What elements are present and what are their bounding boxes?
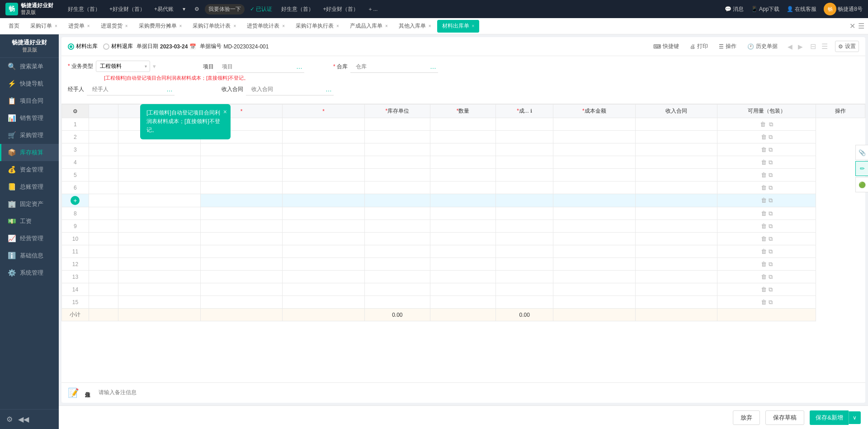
row-10-copy[interactable]: ⧉ <box>768 235 774 242</box>
row-1-delete[interactable]: 🗑 <box>759 121 767 128</box>
top-nav-dropdown[interactable]: ▾ <box>179 4 189 14</box>
app-download-btn[interactable]: 📱 App下载 <box>751 5 779 13</box>
income-contract-dots-btn[interactable]: … <box>326 86 332 93</box>
right-panel-edit[interactable]: ✏ <box>855 161 868 176</box>
row-5-copy[interactable]: ⧉ <box>768 172 774 178</box>
row-12-copy[interactable]: ⧉ <box>768 261 774 267</box>
row-13-delete[interactable]: 🗑 <box>760 273 768 280</box>
online-service-btn[interactable]: 👤 在线客服 <box>787 5 816 13</box>
tab-close-purchase-exec[interactable]: × <box>336 24 339 29</box>
sidebar-item-operation[interactable]: 📈 经营管理 <box>0 230 59 247</box>
tab-purchase-in-stat[interactable]: 进货单统计表× <box>242 20 290 33</box>
user-area[interactable]: 畅 畅捷通8号 <box>824 3 863 15</box>
row-1-cost-amount[interactable] <box>496 118 553 131</box>
row-2-delete[interactable]: 🗑 <box>760 133 768 140</box>
message-btn[interactable]: 💬 消息 <box>725 5 744 13</box>
income-contract-input[interactable] <box>248 84 323 94</box>
top-nav-more[interactable]: ＋... <box>364 4 381 15</box>
tab-purchase-order[interactable]: 采购订单× <box>25 20 62 33</box>
row-1-cost[interactable] <box>430 118 495 131</box>
row-7-delete[interactable]: 🗑 <box>760 197 768 204</box>
save-draft-btn[interactable]: 保存草稿 <box>765 410 804 425</box>
row-8-delete[interactable]: 🗑 <box>760 210 768 217</box>
tab-close-purchase-in[interactable]: × <box>87 24 90 29</box>
tab-purchase-stat[interactable]: 采购订单统计表× <box>188 20 241 33</box>
warehouse-input[interactable] <box>352 62 427 72</box>
radio-material-return[interactable]: 材料退库 <box>103 43 133 50</box>
print-btn[interactable]: 🖨 打印 <box>687 41 711 52</box>
row-2-copy[interactable]: ⧉ <box>768 133 774 140</box>
row-7-copy[interactable]: ⧉ <box>768 197 774 204</box>
warehouse-dots-btn[interactable]: … <box>430 63 436 70</box>
sidebar-item-purchase[interactable]: 🛒 采购管理 <box>0 127 59 144</box>
sidebar-item-finance[interactable]: 💰 资金管理 <box>0 161 59 178</box>
sidebar-item-project[interactable]: 📋 项目合同 <box>0 92 59 110</box>
tooltip-close-btn[interactable]: × <box>223 107 227 117</box>
tab-close-purchase-fee[interactable]: × <box>179 24 182 29</box>
top-nav-settings-icon[interactable]: ⚙ <box>191 4 203 14</box>
sidebar-settings-btn[interactable]: ⚙ <box>6 415 13 424</box>
view-list-icon[interactable]: ☰ <box>821 42 828 51</box>
row-9-delete[interactable]: 🗑 <box>760 223 768 229</box>
tab-close-purchase-stat[interactable]: × <box>233 24 236 29</box>
add-row-btn[interactable]: + <box>71 196 80 205</box>
row-4-delete[interactable]: 🗑 <box>760 159 768 166</box>
row-1-project[interactable] <box>89 118 118 131</box>
top-nav-good-biz2[interactable]: 好生意（首） <box>278 4 317 15</box>
sidebar-collapse-btn[interactable]: ◀◀ <box>18 415 29 424</box>
tab-product-in[interactable]: 产成品入库单× <box>345 20 393 33</box>
row-9-copy[interactable]: ⧉ <box>768 223 774 229</box>
row-5-delete[interactable]: 🗑 <box>760 172 768 178</box>
business-type-dropdown-icon[interactable]: ▾ <box>153 63 156 70</box>
radio-material-out[interactable]: 材料出库 <box>68 43 98 50</box>
col-settings-header[interactable]: ⚙ <box>62 105 89 118</box>
row-14-delete[interactable]: 🗑 <box>760 286 768 293</box>
sidebar-item-ledger[interactable]: 📒 总账管理 <box>0 178 59 195</box>
row-12-delete[interactable]: 🗑 <box>760 261 768 267</box>
sidebar-item-basicinfo[interactable]: ℹ️ 基础信息 <box>0 247 59 264</box>
tab-purchase-return[interactable]: 进退货货× <box>96 20 133 33</box>
view-grid-icon[interactable]: ⊟ <box>810 42 816 51</box>
agent-dots-btn[interactable]: … <box>166 86 173 93</box>
save-new-btn[interactable]: 保存&新增 <box>810 410 849 425</box>
tab-settings[interactable]: ☰ <box>858 22 864 30</box>
row-1-unit[interactable] <box>283 118 365 131</box>
tab-purchase-fee[interactable]: 采购费用分摊单× <box>134 20 187 33</box>
sidebar-item-assets[interactable]: 🏢 固定资产 <box>0 195 59 213</box>
row-1-available-qty[interactable] <box>635 118 717 131</box>
history-btn[interactable]: 🕐 历史单据 <box>745 41 780 52</box>
sidebar-item-quicknav[interactable]: ⚡ 快捷导航 <box>0 75 59 92</box>
row-11-delete[interactable]: 🗑 <box>760 248 768 255</box>
row-15-delete[interactable]: 🗑 <box>760 299 768 305</box>
tab-purchase-exec[interactable]: 采购订单执行表× <box>291 20 344 33</box>
tab-purchase-in[interactable]: 进货单× <box>63 20 95 33</box>
agent-input[interactable] <box>89 84 164 94</box>
save-new-arrow[interactable]: ∨ <box>849 411 861 424</box>
calendar-icon[interactable]: 📅 <box>189 43 196 50</box>
discard-btn[interactable]: 放弃 <box>733 410 760 425</box>
nav-prev[interactable]: ◀ <box>788 43 793 50</box>
row-10-delete[interactable]: 🗑 <box>760 235 768 242</box>
tab-close-purchase-return[interactable]: × <box>125 24 128 29</box>
sidebar-item-sales[interactable]: 📊 销售管理 <box>0 110 59 127</box>
right-panel-green[interactable]: 🟢 <box>855 177 868 192</box>
right-panel-attachment[interactable]: 📎 <box>855 145 868 160</box>
tab-close-all[interactable]: ✕ <box>849 22 855 30</box>
sidebar-item-inventory[interactable]: 📦 库存核算 <box>0 144 59 161</box>
tab-material-out[interactable]: 材料出库单× <box>437 20 480 33</box>
nav-next[interactable]: ▶ <box>798 43 803 50</box>
row-6-delete[interactable]: 🗑 <box>760 184 768 191</box>
sidebar-item-search[interactable]: 🔍 搜索菜单 <box>0 58 59 75</box>
top-nav-plus-finance[interactable]: +好业财（首） <box>106 4 149 15</box>
tab-other-in[interactable]: 其他入库单× <box>394 20 436 33</box>
settings-btn[interactable]: ⚙ 设置 <box>835 41 859 52</box>
tab-close-product-in[interactable]: × <box>385 24 388 29</box>
top-nav-agency[interactable]: +易代账 <box>151 4 177 15</box>
tab-close-other-in[interactable]: × <box>429 24 431 29</box>
operation-btn[interactable]: ☰ 操作 <box>716 41 739 52</box>
top-nav-plus-finance2[interactable]: +好业财（首） <box>319 4 362 15</box>
top-nav-certified[interactable]: ✓ 已认证 <box>246 4 276 15</box>
tab-close-purchase-order[interactable]: × <box>55 24 57 29</box>
row-4-copy[interactable]: ⧉ <box>768 159 774 166</box>
row-1-income-contract[interactable] <box>553 118 636 131</box>
